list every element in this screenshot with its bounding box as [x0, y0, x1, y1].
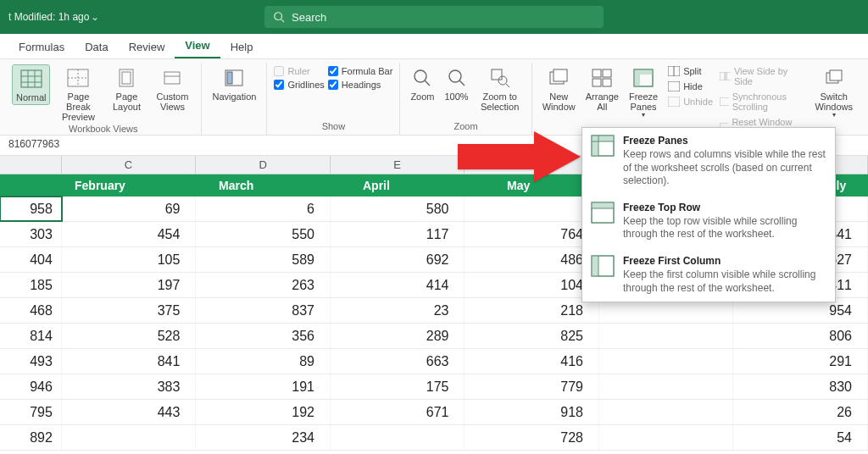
col-header[interactable]: D: [196, 156, 331, 174]
cell[interactable]: 892: [0, 425, 62, 450]
cell[interactable]: 234: [196, 425, 331, 450]
hide-button[interactable]: Hide: [668, 81, 713, 91]
cell[interactable]: 692: [331, 247, 465, 272]
svg-rect-2: [21, 70, 42, 87]
formula-bar-checkbox[interactable]: Formula Bar: [328, 66, 393, 76]
cell[interactable]: 54: [733, 425, 868, 450]
freeze-panes-button[interactable]: Freeze Panes ▾: [626, 64, 661, 121]
month-cell[interactable]: February: [66, 174, 210, 197]
cell[interactable]: 89: [196, 349, 331, 374]
cell[interactable]: [465, 197, 599, 221]
cell[interactable]: 69: [62, 197, 197, 221]
freeze-first-column-option[interactable]: Freeze First ColumnKeep the first column…: [582, 248, 835, 302]
zoom-selection-button[interactable]: Zoom to Selection: [476, 64, 525, 114]
split-button[interactable]: Split: [668, 66, 713, 76]
svg-rect-27: [593, 79, 601, 86]
new-window-button[interactable]: New Window: [539, 64, 579, 114]
cell[interactable]: 105: [62, 247, 197, 272]
cell[interactable]: 671: [331, 400, 465, 424]
cell[interactable]: [599, 349, 734, 374]
month-cell[interactable]: [0, 174, 66, 197]
cell[interactable]: 468: [0, 298, 62, 323]
cell[interactable]: [62, 425, 197, 450]
svg-rect-54: [592, 256, 598, 276]
cell[interactable]: 383: [62, 374, 197, 399]
cell[interactable]: 918: [465, 400, 599, 424]
cell[interactable]: 218: [465, 298, 599, 323]
last-modified-label[interactable]: t Modified: 1h ago: [8, 11, 89, 23]
headings-checkbox[interactable]: Headings: [328, 80, 393, 90]
cell[interactable]: 185: [0, 273, 62, 297]
navigation-icon: [222, 66, 246, 90]
cell[interactable]: 175: [331, 374, 465, 399]
cell[interactable]: 528: [62, 324, 197, 348]
zoom-100-button[interactable]: 100%: [442, 64, 472, 103]
cell[interactable]: 191: [196, 374, 331, 399]
cell[interactable]: 825: [465, 324, 599, 348]
cell[interactable]: 443: [62, 400, 197, 424]
navigation-button[interactable]: Navigation: [209, 64, 259, 103]
tab-review[interactable]: Review: [119, 36, 175, 58]
tab-help[interactable]: Help: [220, 36, 264, 58]
cell[interactable]: 192: [196, 400, 331, 424]
cell[interactable]: 454: [62, 222, 197, 246]
cell[interactable]: 117: [331, 222, 465, 246]
cell[interactable]: 414: [331, 273, 465, 297]
tab-formulas[interactable]: Formulas: [8, 36, 75, 58]
cell[interactable]: 841: [62, 349, 197, 374]
cell[interactable]: [599, 374, 734, 399]
cell[interactable]: 814: [0, 324, 62, 348]
cell[interactable]: 589: [196, 247, 331, 272]
freeze-top-row-option[interactable]: Freeze Top RowKeep the top row visible w…: [582, 195, 835, 248]
cell[interactable]: [599, 324, 734, 348]
cell[interactable]: 486: [465, 247, 599, 272]
tab-data[interactable]: Data: [75, 36, 118, 58]
cell[interactable]: 728: [465, 425, 599, 450]
cell[interactable]: [331, 425, 465, 450]
cell[interactable]: 806: [733, 324, 868, 348]
tab-view[interactable]: View: [175, 34, 220, 58]
cell[interactable]: 416: [465, 349, 599, 374]
cell[interactable]: 104: [465, 273, 599, 297]
cell[interactable]: [599, 425, 734, 450]
normal-view-button[interactable]: Normal: [12, 64, 50, 105]
cell[interactable]: 958: [0, 197, 62, 221]
cell[interactable]: 291: [733, 349, 868, 374]
cell[interactable]: 550: [196, 222, 331, 246]
cell[interactable]: 663: [331, 349, 465, 374]
cell[interactable]: 580: [331, 197, 465, 221]
cell[interactable]: [599, 400, 734, 424]
cell[interactable]: 26: [733, 400, 868, 424]
col-header[interactable]: E: [331, 156, 465, 174]
zoom-button[interactable]: Zoom: [407, 64, 437, 103]
cell[interactable]: 404: [0, 247, 62, 272]
col-header[interactable]: [0, 156, 62, 174]
cell[interactable]: 837: [196, 298, 331, 323]
arrange-all-button[interactable]: Arrange All: [582, 64, 622, 114]
cell[interactable]: 23: [331, 298, 465, 323]
svg-rect-24: [554, 69, 567, 81]
cell[interactable]: 6: [196, 197, 331, 221]
chevron-down-icon[interactable]: ⌄: [91, 11, 99, 23]
cell[interactable]: 263: [196, 273, 331, 297]
cell[interactable]: 197: [62, 273, 197, 297]
cell[interactable]: 764: [465, 222, 599, 246]
search-input[interactable]: Search: [264, 6, 604, 28]
custom-views-button[interactable]: Custom Views: [150, 64, 194, 114]
cell[interactable]: 303: [0, 222, 62, 246]
switch-windows-button[interactable]: Switch Windows ▾: [811, 64, 856, 121]
cell[interactable]: 946: [0, 374, 62, 399]
col-header[interactable]: C: [62, 156, 197, 174]
gridlines-checkbox[interactable]: Gridlines: [274, 80, 324, 90]
page-break-button[interactable]: Page Break Preview: [53, 64, 103, 124]
cell[interactable]: 375: [62, 298, 197, 323]
cell[interactable]: 356: [196, 324, 331, 348]
cell[interactable]: 779: [465, 374, 599, 399]
cell[interactable]: 830: [733, 374, 868, 399]
month-cell[interactable]: March: [210, 174, 354, 197]
cell[interactable]: 289: [331, 324, 465, 348]
page-layout-button[interactable]: Page Layout: [106, 64, 147, 114]
freeze-panes-option[interactable]: Freeze PanesKeep rows and columns visibl…: [582, 128, 835, 195]
cell[interactable]: 493: [0, 349, 62, 374]
cell[interactable]: 795: [0, 400, 62, 424]
